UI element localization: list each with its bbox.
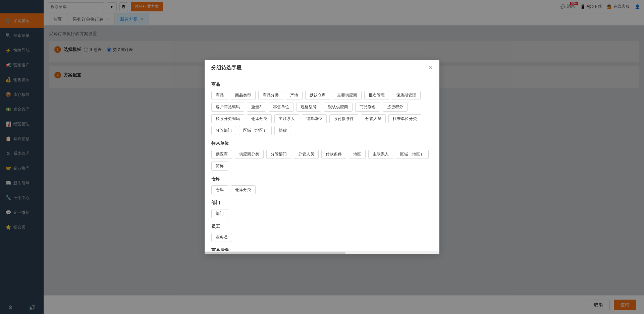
field-tag[interactable]: 规格型号 [296,103,321,112]
field-tag[interactable]: 分管人员 [294,150,319,159]
field-tag[interactable]: 仓库分类 [247,114,272,123]
field-tag[interactable]: 结算单位 [302,114,327,123]
modal-overlay: 分组待选字段 ✕ 商品 商品商品类型商品分类产地默认仓库主要供应商批次管理保质期… [0,0,644,314]
section-warehouse-title: 仓库 [211,176,433,182]
field-tag[interactable]: 商品分类 [258,91,283,100]
section-partner-fields: 供应商供应商分类分管部门分管人员付款条件地区主联系人区域（地区）简称 [211,150,433,171]
field-tag[interactable]: 区域（地区） [396,150,429,159]
field-tag[interactable]: 主要供应商 [333,91,362,100]
modal-title: 分组待选字段 [211,65,241,71]
section-goods-attr-title: 商品属性 [211,247,433,251]
field-tag[interactable]: 简称 [274,126,291,135]
field-tag[interactable]: 收付款条件 [329,114,358,123]
field-tag[interactable]: 保质期管理 [392,91,421,100]
field-tag[interactable]: 商品 [211,91,228,100]
modal-hscroll-thumb [205,252,345,254]
field-tag[interactable]: 产地 [286,91,303,100]
field-tag[interactable]: 商品别名 [355,103,380,112]
field-tag[interactable]: 分管人员 [361,114,386,123]
field-tag[interactable]: 主联系人 [368,150,393,159]
modal-body: 商品 商品商品类型商品分类产地默认仓库主要供应商批次管理保质期管理客户商品编码重… [205,76,439,251]
modal-header: 分组待选字段 ✕ [205,60,439,76]
field-tag[interactable]: 拣货积分 [383,103,408,112]
field-tag[interactable]: 批次管理 [364,91,389,100]
field-tag[interactable]: 供应商分类 [235,150,264,159]
field-tag[interactable]: 仓库 [211,185,228,194]
section-employee-fields: 业务员 [211,233,433,242]
field-tag[interactable]: 仓库分类 [231,185,256,194]
section-department-title: 部门 [211,200,433,206]
section-employee-title: 员工 [211,224,433,230]
field-tag[interactable]: 付款条件 [321,150,346,159]
modal-horizontal-scrollbar[interactable] [205,251,439,254]
field-tag[interactable]: 往来单位分类 [388,114,421,123]
field-tag[interactable]: 默认供应商 [324,103,353,112]
field-tag[interactable]: 重量3 [247,103,266,112]
field-tag[interactable]: 供应商 [211,150,232,159]
field-tag[interactable]: 分管部门 [211,126,236,135]
field-tag[interactable]: 区域（地区） [239,126,272,135]
section-goods-title: 商品 [211,81,433,87]
field-tag[interactable]: 税收分类编码 [211,114,244,123]
field-tag[interactable]: 商品类型 [231,91,256,100]
field-tag[interactable]: 部门 [211,209,228,218]
field-tag[interactable]: 零售单位 [269,103,293,112]
field-tag[interactable]: 地区 [349,150,366,159]
field-select-modal: 分组待选字段 ✕ 商品 商品商品类型商品分类产地默认仓库主要供应商批次管理保质期… [205,60,439,254]
field-tag[interactable]: 默认仓库 [305,91,330,100]
field-tag[interactable]: 分管部门 [266,150,291,159]
section-partner-title: 往来单位 [211,140,433,146]
field-tag[interactable]: 业务员 [211,233,232,242]
modal-close-icon[interactable]: ✕ [428,65,433,71]
section-goods-fields: 商品商品类型商品分类产地默认仓库主要供应商批次管理保质期管理客户商品编码重量3零… [211,91,433,135]
section-department-fields: 部门 [211,209,433,218]
field-tag[interactable]: 主联系人 [274,114,299,123]
field-tag[interactable]: 简称 [211,162,228,171]
field-tag[interactable]: 客户商品编码 [211,103,244,112]
section-warehouse-fields: 仓库仓库分类 [211,185,433,194]
